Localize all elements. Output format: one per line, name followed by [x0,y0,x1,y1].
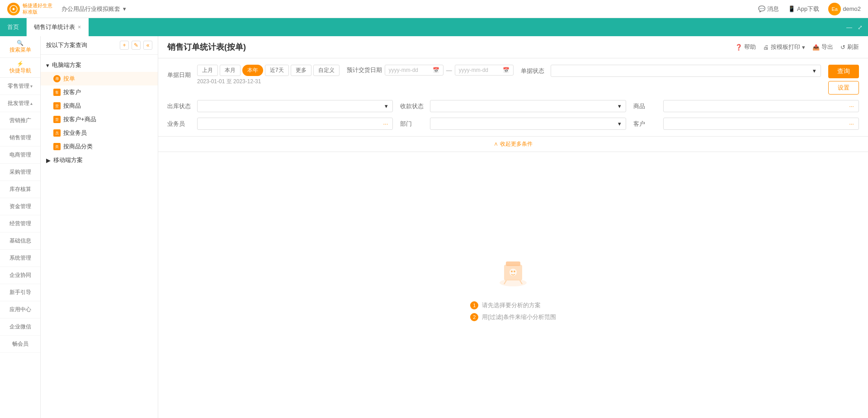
sidebar-nav-shortcut[interactable]: ⚡ 快捷导航 [0,58,40,78]
content-area: 按以下方案查询 + ✎ « ▾ [41,36,868,418]
scheme-item-3[interactable]: 货 按客户+商品 [41,113,158,126]
scheme-label-1: 按客户 [63,88,81,96]
edit-scheme-button[interactable]: ✎ [132,41,141,50]
customer-input[interactable]: ··· [663,118,859,130]
scheme-icon-0: 单 [53,75,61,82]
tip-num-2: 2 [470,313,478,321]
date-btn-7days[interactable]: 近7天 [265,65,289,76]
search-label: 搜索菜单 [4,46,37,54]
sidebar-item-wechat[interactable]: 企业微信 [0,318,40,336]
scheme-item-1[interactable]: 客 按客户 [41,86,158,99]
wechat-label: 企业微信 [9,323,31,331]
tab-home[interactable]: 首页 [0,18,27,36]
sidebar: 🔍 搜索菜单 ⚡ 快捷导航 零售管理 ▾ 批发管理 ▴ 营销推广 销售管理 电商… [0,36,41,418]
scheme-tree: ▾ 电脑端方案 单 按单 客 按客户 货 按商品 [41,55,158,418]
tab-controls: — ⤢ [841,24,868,31]
maximize-icon[interactable]: ⤢ [858,24,863,31]
date-btn-thismonth[interactable]: 本月 [220,65,241,76]
message-item[interactable]: 💬 消息 [758,5,779,13]
status-select[interactable]: ▾ [551,65,821,77]
sidebar-item-finance[interactable]: 资金管理 [0,198,40,215]
logo-area: 畅捷通好生意 标准版 [7,3,52,15]
department-select[interactable]: ▾ [430,118,626,130]
sidebar-item-marketing[interactable]: 营销推广 [0,112,40,129]
payment-status-select[interactable]: ▾ [430,100,626,112]
add-scheme-button[interactable]: + [120,41,129,50]
retail-arrow: ▾ [30,84,33,89]
scheme-group-mobile[interactable]: ▶ 移动端方案 [41,153,158,167]
scheme-item-0[interactable]: 单 按单 [41,72,158,86]
expected-date-end[interactable]: yyyy-mm-dd 📅 [455,65,514,76]
left-panel-actions: + ✎ « [120,41,152,50]
scheme-item-2[interactable]: 货 按商品 [41,99,158,113]
query-button[interactable]: 查询 [828,65,859,78]
date-btn-lastmonth[interactable]: 上月 [197,65,218,76]
scheme-icon-4: 员 [53,129,61,137]
retail-label: 零售管理 [8,82,29,90]
collapse-bar[interactable]: ∧ 收起更多条件 [158,137,868,152]
sidebar-item-newbie[interactable]: 新手引导 [0,284,40,301]
sidebar-item-system[interactable]: 系统管理 [0,250,40,267]
search-icon: 🔍 [4,40,37,46]
scheme-item-5[interactable]: 类 按商品分类 [41,140,158,153]
sidebar-item-inventory[interactable]: 库存核算 [0,181,40,198]
nav-icon: ⚡ [3,61,38,67]
empty-illustration [491,249,536,294]
setting-button[interactable]: 设置 [828,81,859,95]
tab-close-icon[interactable]: × [78,24,81,30]
date-btn-thisyear[interactable]: 本年 [242,65,263,76]
scheme-icon-5: 类 [53,143,61,150]
sidebar-item-retail[interactable]: 零售管理 ▾ [0,78,40,95]
svg-point-6 [514,271,515,272]
empty-tip-2: 2 用[过滤]条件来缩小分析范围 [470,313,556,321]
scheme-label-3: 按客户+商品 [63,115,96,124]
tab-sales-order[interactable]: 销售订单统计表 × [27,18,89,36]
scheme-icon-3: 货 [53,116,61,123]
date-btn-custom[interactable]: 自定义 [313,65,340,76]
sidebar-item-sales[interactable]: 销售管理 [0,129,40,147]
sidebar-item-ecommerce[interactable]: 电商管理 [0,147,40,164]
goods-ellipsis[interactable]: ··· [849,103,854,109]
date-btn-more[interactable]: 更多 [291,65,311,76]
out-status-select[interactable]: ▾ [197,100,393,112]
date-range: 2023-01-01 至 2023-12-31 [197,78,340,86]
sidebar-search[interactable]: 🔍 搜索菜单 [0,36,40,58]
scheme-group-pc[interactable]: ▾ 电脑端方案 [41,58,158,72]
sidebar-item-wholesale[interactable]: 批发管理 ▴ [0,95,40,112]
out-status-label: 出库状态 [167,102,194,110]
sidebar-item-enterprise[interactable]: 企业协同 [0,267,40,284]
basic-label: 基础信息 [9,237,31,245]
expected-date-label: 预计交货日期 [347,66,382,74]
salesperson-input[interactable]: ··· [197,118,393,130]
app-download-item[interactable]: 📱 App下载 [788,5,819,13]
scheme-item-4[interactable]: 员 按业务员 [41,126,158,140]
sidebar-item-apps[interactable]: 应用中心 [0,301,40,318]
sidebar-item-operations[interactable]: 经营管理 [0,215,40,233]
help-button[interactable]: ❓ 帮助 [735,43,756,51]
sidebar-item-purchase[interactable]: 采购管理 [0,164,40,181]
left-panel-title: 按以下方案查询 [46,41,87,49]
minimize-icon[interactable]: — [846,24,852,31]
goods-input[interactable]: ··· [663,100,859,112]
scheme-label-5: 按商品分类 [63,142,93,151]
breadcrumb[interactable]: 办公用品行业模拟账套 ▾ [61,5,126,13]
print-arrow: ▾ [802,44,805,51]
header-left: 畅捷通好生意 标准版 办公用品行业模拟账套 ▾ [7,3,126,15]
empty-tips: 1 请先选择要分析的方案 2 用[过滤]条件来缩小分析范围 [470,301,556,321]
expected-date-start[interactable]: yyyy-mm-dd 📅 [385,65,443,76]
member-label: 畅会员 [12,340,28,348]
user-item[interactable]: Ea demo2 [828,3,861,15]
print-button[interactable]: 🖨 按模板打印 ▾ [763,43,805,51]
ecommerce-label: 电商管理 [9,151,31,159]
refresh-icon: ↺ [840,44,845,51]
export-button[interactable]: 📤 导出 [812,43,833,51]
svg-point-5 [511,271,513,272]
sidebar-item-basic[interactable]: 基础信息 [0,233,40,250]
salesperson-ellipsis[interactable]: ··· [383,120,388,127]
customer-label: 客户 [633,120,660,128]
calendar-icon-start: 📅 [433,67,439,73]
customer-ellipsis[interactable]: ··· [849,120,854,127]
collapse-panel-button[interactable]: « [143,41,152,50]
sidebar-item-member[interactable]: 畅会员 [0,336,40,353]
refresh-button[interactable]: ↺ 刷新 [840,43,859,51]
